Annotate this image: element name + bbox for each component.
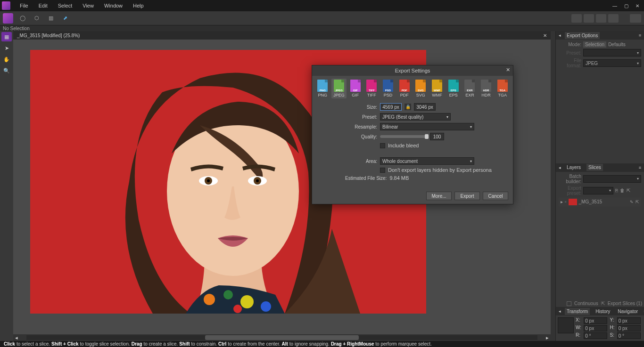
r-input[interactable]	[584, 332, 607, 339]
x-input[interactable]	[584, 317, 607, 324]
menu-select[interactable]: Select	[53, 1, 77, 10]
export-button[interactable]: Export	[454, 192, 480, 200]
hint-shift: Shift	[179, 341, 190, 347]
area-label: Area:	[317, 159, 377, 164]
hint-click: Click	[4, 341, 15, 347]
format-combo[interactable]: JPEG	[583, 59, 641, 67]
slices-tab[interactable]: Slices	[586, 164, 603, 171]
slice-tool[interactable]: ▦	[1, 32, 12, 41]
navigator-tab[interactable]: Navigator	[616, 308, 640, 315]
export-slices-icon[interactable]: ⇱	[601, 301, 605, 306]
menu-help[interactable]: Help	[128, 1, 149, 10]
format-jpeg[interactable]: JPEGJPEG	[331, 79, 347, 98]
account-button[interactable]	[571, 14, 582, 23]
slice-name: _MG_3515	[579, 199, 602, 204]
format-label: File format:	[559, 58, 581, 68]
format-png[interactable]: PNGPNG	[315, 79, 330, 98]
menu-file[interactable]: File	[15, 1, 33, 10]
format-exr[interactable]: EXREXR	[462, 79, 478, 98]
titlebar: File Edit Select View Window Help — ▢ ✕	[0, 0, 644, 11]
quality-input[interactable]	[430, 133, 444, 140]
horizontal-scrollbar[interactable]: ◂ ▸	[13, 334, 551, 341]
dialog-titlebar[interactable]: Export Settings ✕	[312, 65, 513, 76]
cancel-button[interactable]: Cancel	[483, 192, 508, 200]
dont-export-checkbox[interactable]	[380, 168, 385, 173]
minimize-button[interactable]: —	[610, 1, 619, 10]
zoom-tool[interactable]: 🔍	[1, 66, 12, 75]
prefs-button[interactable]	[608, 14, 619, 23]
liquify-icon[interactable]: ⬡	[32, 14, 41, 23]
width-input[interactable]	[380, 103, 402, 111]
layers-menu-icon[interactable]: ≡	[639, 165, 641, 170]
develop-icon[interactable]: ◯	[18, 14, 27, 23]
y-input[interactable]	[617, 317, 641, 324]
layers-header: ◂ Layers Slices ≡	[556, 163, 644, 172]
format-wmf[interactable]: WMFWMF	[429, 79, 445, 98]
arrow-tool[interactable]: ➤	[1, 43, 12, 53]
export-slice-icon[interactable]: ⇱	[636, 200, 639, 204]
preset-combo[interactable]	[583, 49, 641, 56]
batch-combo[interactable]	[583, 175, 641, 183]
h-input[interactable]	[617, 325, 641, 331]
area-combo[interactable]: Whole document	[380, 157, 474, 165]
format-tga[interactable]: TGATGA	[495, 79, 510, 98]
edit-icon[interactable]: ✎	[630, 200, 634, 204]
more-button[interactable]: More...	[426, 192, 452, 200]
w-input[interactable]	[584, 325, 607, 331]
format-pdf-icon: PDF	[399, 80, 410, 92]
history-tab[interactable]: History	[594, 308, 612, 315]
format-wmf-icon: WMF	[432, 80, 442, 92]
layers-tab[interactable]: Layers	[565, 164, 583, 171]
transform-body: X: Y: W: H: R: S:	[556, 315, 644, 341]
close-button[interactable]: ✕	[633, 1, 642, 10]
export-options-tab[interactable]: Export Options	[565, 32, 600, 39]
window-controls: — ▢ ✕	[610, 1, 642, 10]
menu-view[interactable]: View	[78, 1, 99, 10]
document-tab-close[interactable]: ✕	[543, 33, 547, 38]
hamburger-button[interactable]	[630, 14, 641, 23]
menu-edit[interactable]: Edit	[34, 1, 52, 10]
disclosure-icon[interactable]: ▸	[561, 199, 563, 204]
preset-combo-dlg[interactable]: JPEG (Best quality)	[380, 113, 451, 121]
format-jpeg-icon: JPEG	[334, 80, 344, 92]
bleed-checkbox[interactable]	[380, 143, 385, 148]
export-slices-label[interactable]: Export Slices (1)	[608, 301, 642, 306]
s-input[interactable]	[617, 332, 641, 339]
mode-selection-tab[interactable]: Selection	[583, 41, 606, 48]
slice-row[interactable]: ▸ ▫ _MG_3515 ✎ ⇱	[559, 197, 641, 207]
resample-combo[interactable]: Bilinear	[380, 123, 474, 130]
format-tga-icon: TGA	[497, 80, 508, 92]
format-svg[interactable]: SVGSVG	[413, 79, 429, 98]
height-input[interactable]	[414, 103, 436, 111]
format-exr-label: EXR	[465, 93, 474, 97]
export-preset-combo[interactable]	[583, 187, 613, 194]
transform-tab[interactable]: Transform	[565, 308, 590, 315]
format-pdf[interactable]: PDFPDF	[396, 79, 412, 98]
main-menu: File Edit Select View Window Help	[15, 1, 149, 10]
menu-window[interactable]: Window	[99, 1, 127, 10]
mode-defaults-tab[interactable]: Defaults	[608, 42, 626, 47]
cloud-button[interactable]	[584, 14, 594, 23]
format-psd[interactable]: PSDPSD	[380, 79, 396, 98]
maximize-button[interactable]: ▢	[621, 1, 631, 10]
vertical-scrollbar[interactable]	[551, 31, 555, 341]
tone-map-icon[interactable]: ▥	[46, 14, 56, 23]
lock-aspect-icon[interactable]: 🔒	[405, 104, 411, 110]
persona-icon[interactable]	[3, 13, 13, 24]
help-button[interactable]	[596, 14, 606, 23]
dialog-close-button[interactable]: ✕	[506, 67, 510, 73]
continuous-checkbox[interactable]	[567, 301, 571, 306]
export-icon[interactable]: ⇱	[627, 188, 630, 193]
format-gif[interactable]: GIFGIF	[347, 79, 363, 98]
quality-slider[interactable]	[380, 135, 427, 138]
export-persona-icon[interactable]: ⬈	[60, 14, 70, 23]
anchor-preview[interactable]	[558, 317, 574, 333]
format-hdr[interactable]: HDRHDR	[479, 79, 494, 98]
document-tab[interactable]: _MG_3515 [Modified] (25.8%) ✕	[13, 31, 551, 40]
hand-tool[interactable]: ✋	[1, 55, 12, 64]
copy-icon[interactable]: ⎘	[615, 188, 618, 193]
trash-icon[interactable]: 🗑	[620, 188, 625, 193]
panel-menu-icon[interactable]: ≡	[639, 33, 641, 38]
format-tiff[interactable]: TIFFTIFF	[364, 79, 380, 98]
format-eps[interactable]: EPSEPS	[446, 79, 461, 98]
